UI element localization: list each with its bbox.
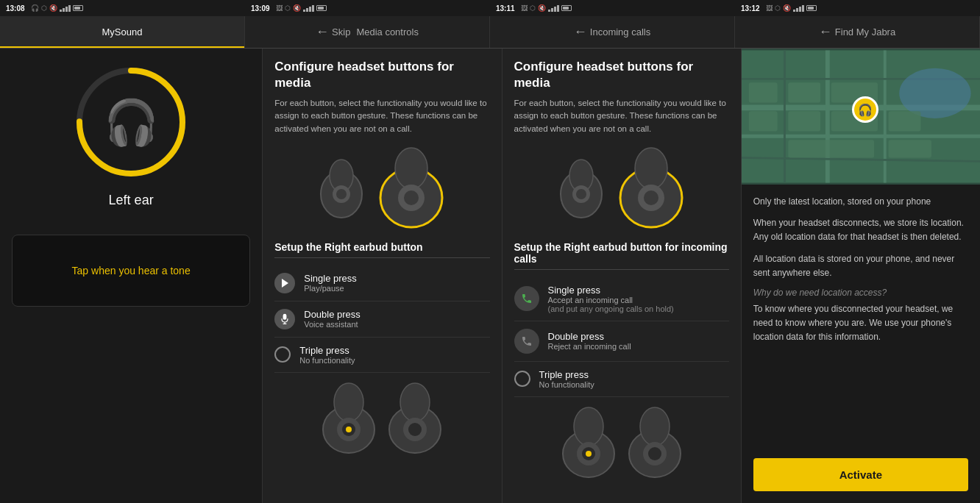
signal-bar-3c [554, 7, 556, 12]
svg-point-26 [576, 189, 586, 199]
media-section-title: Setup the Right earbud button [274, 241, 489, 258]
media-single-label: Single press [304, 273, 357, 284]
earbud-right-incoming [614, 143, 688, 231]
call-reject-icon [514, 329, 539, 354]
incoming-triple-radio[interactable] [514, 371, 530, 387]
tone-tap-box[interactable]: Tap when you hear a tone [12, 235, 250, 307]
photo-icon-3: 🖼 [521, 4, 528, 12]
media-single-sub: Play/pause [304, 284, 357, 293]
mic-icon [280, 313, 290, 325]
signal-bar-1b [63, 8, 65, 12]
svg-point-30 [644, 190, 658, 205]
svg-point-35 [586, 451, 592, 457]
svg-point-15 [334, 383, 363, 421]
svg-point-18 [346, 427, 352, 432]
incoming-double-text: Double press Reject an incoming call [548, 331, 631, 351]
earbud-left-media [316, 154, 367, 220]
status-bars-row: 13:08 🎧 ⬡ 🔇 13:09 🖼 ⬡ 🔇 [0, 0, 980, 16]
media-double-sub: Voice assistant [304, 320, 361, 329]
media-single-text: Single press Play/pause [304, 273, 357, 293]
incoming-option-single[interactable]: Single press Accept an incoming call(and… [514, 277, 729, 321]
panel-media-desc: For each button, select the functionalit… [274, 97, 489, 135]
status-bar-1: 13:08 🎧 ⬡ 🔇 [0, 0, 245, 16]
signal-bars-1 [60, 5, 71, 12]
tab-mysound[interactable]: MySound [0, 16, 245, 48]
battery-fill-3 [563, 7, 569, 10]
status-icons-3: 🖼 ⬡ 🔇 [521, 4, 572, 12]
signal-bar-3b [551, 8, 553, 12]
battery-fill-2 [318, 7, 324, 10]
tone-text: Tap when you hear a tone [72, 265, 191, 277]
signal-bars-3 [548, 5, 559, 12]
incoming-option-triple[interactable]: Triple press No functionality [514, 362, 729, 397]
battery-icon-4 [806, 5, 817, 11]
tab-mysound-label: MySound [102, 26, 143, 38]
panel-media-content: Configure headset buttons for media For … [263, 49, 501, 476]
play-icon-button [274, 273, 295, 293]
svg-point-28 [635, 148, 667, 189]
time-1: 13:08 [6, 4, 25, 13]
svg-rect-55 [748, 111, 777, 131]
status-icons-4: 🖼 ⬡ 🔇 [766, 4, 817, 12]
status-icons-2: 🖼 ⬡ 🔇 [276, 4, 327, 12]
svg-rect-51 [788, 111, 820, 131]
signal-bars-4 [793, 5, 804, 12]
signal-bar-4b [796, 8, 798, 12]
earbud-images-incoming [514, 143, 729, 231]
svg-rect-56 [788, 140, 874, 157]
panel-media-title: Configure headset buttons for media [274, 59, 489, 91]
headphone-visual: 🎧 [72, 63, 190, 181]
incoming-section-title: Setup the Right earbud button for incomi… [514, 241, 729, 270]
incoming-option-double[interactable]: Double press Reject an incoming call [514, 321, 729, 362]
media-double-text: Double press Voice assistant [304, 309, 361, 329]
signal-bar-2a [303, 10, 305, 12]
headphone-icon: 🎧 [104, 96, 159, 149]
svg-point-5 [336, 189, 347, 199]
mute-icon-4: 🔇 [783, 4, 791, 12]
bluetooth-icon-3: ⬡ [530, 4, 536, 12]
svg-point-39 [648, 447, 661, 460]
media-triple-text: Triple press No functionality [299, 345, 355, 365]
signal-bar-1c [65, 7, 68, 12]
phone-accept-icon [521, 293, 533, 304]
signal-bar-2d [312, 5, 314, 12]
panel-find: 🎧 Only the latest location, stored on yo… [742, 49, 980, 503]
tab-find-jabra[interactable]: ← Find My Jabra [735, 16, 980, 48]
tab-media-controls[interactable]: ← Skip Media controls [245, 16, 490, 48]
incoming-triple-text: Triple press No functionality [539, 369, 594, 389]
media-option-double[interactable]: Double press Voice assistant [274, 302, 489, 338]
svg-point-20 [400, 383, 430, 421]
phone-reject-icon [521, 335, 533, 347]
tab-incoming-label: Incoming calls [590, 26, 650, 38]
map-location-marker: 🎧 [852, 96, 878, 123]
activate-button[interactable]: Activate [753, 458, 968, 491]
time-3: 13:11 [496, 4, 515, 13]
earbud-right-media [374, 143, 448, 231]
tab-incoming-calls[interactable]: ← Incoming calls [490, 16, 735, 48]
marker-headphone-icon: 🎧 [858, 103, 873, 117]
status-bar-2: 13:09 🖼 ⬡ 🔇 [245, 0, 490, 16]
status-bar-4: 13:12 🖼 ⬡ 🔇 [735, 0, 980, 16]
earbud-bottom-right-incoming [625, 406, 684, 479]
tab-find-label: Find My Jabra [835, 26, 895, 38]
media-option-triple[interactable]: Triple press No functionality [274, 338, 489, 373]
svg-point-9 [404, 190, 419, 205]
mute-icon-3: 🔇 [538, 4, 546, 12]
svg-rect-54 [748, 82, 777, 102]
svg-point-7 [395, 148, 427, 189]
incoming-double-sub: Reject an incoming call [548, 342, 631, 351]
find-text-1: Only the latest location, stored on your… [753, 195, 968, 209]
bluetooth-icon-4: ⬡ [775, 4, 781, 12]
svg-rect-11 [283, 314, 287, 320]
incoming-single-text: Single press Accept an incoming call(and… [548, 285, 674, 313]
earbud-bottom-left-incoming [559, 406, 618, 479]
media-option-single[interactable]: Single press Play/pause [274, 265, 489, 302]
battery-icon-3 [561, 5, 572, 11]
svg-point-22 [408, 423, 422, 436]
battery-icon-1 [73, 5, 83, 11]
battery-fill-1 [74, 7, 80, 10]
photo-icon-2: 🖼 [276, 4, 283, 12]
svg-point-32 [574, 407, 603, 446]
media-triple-radio[interactable] [274, 346, 291, 363]
bluetooth-icon-2: ⬡ [285, 4, 291, 12]
